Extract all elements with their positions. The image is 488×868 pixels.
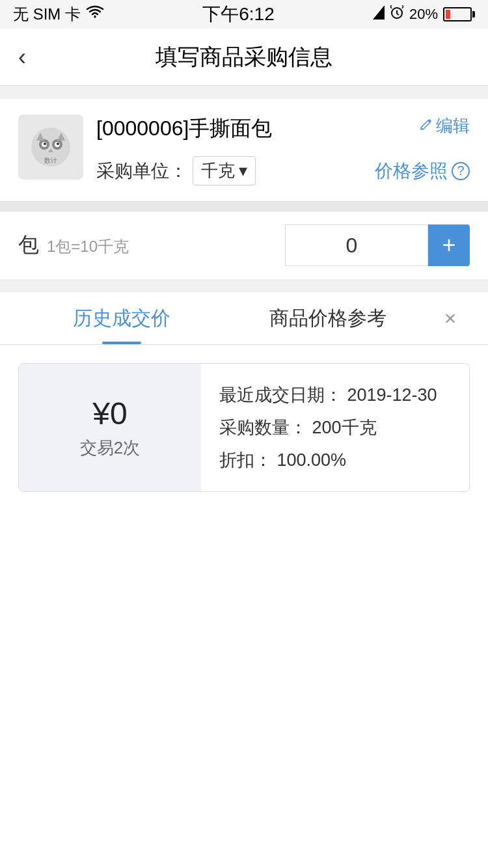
svg-text:数计: 数计 xyxy=(44,157,57,164)
quantity-unit: 包 xyxy=(18,231,39,260)
unit-value: 千克 xyxy=(201,159,235,182)
svg-line-3 xyxy=(397,14,399,15)
product-image: 数计 xyxy=(18,115,83,180)
tabs-row: 历史成交价 商品价格参考 × xyxy=(0,292,488,344)
purchase-qty-value: 200千克 xyxy=(312,418,377,437)
tabs-container: 历史成交价 商品价格参考 × xyxy=(0,292,488,345)
discount-value: 100.00% xyxy=(277,450,347,470)
location-icon xyxy=(373,5,385,23)
back-button[interactable]: ‹ xyxy=(18,44,26,71)
tab-history-label: 历史成交价 xyxy=(73,305,170,332)
product-name: [0000006]手撕面包 xyxy=(96,115,272,143)
dropdown-icon: ▾ xyxy=(239,161,247,181)
status-bar: 无 SIM 卡 下午6:12 20% xyxy=(0,0,488,29)
status-left: 无 SIM 卡 xyxy=(13,4,104,25)
recent-date-label: 最近成交日期： xyxy=(219,385,342,405)
svg-marker-0 xyxy=(373,5,385,20)
quantity-row: 包 1包=10千克 + xyxy=(0,211,488,279)
history-transactions: 交易2次 xyxy=(80,437,140,459)
history-details-section: 最近成交日期： 2019-12-30 采购数量： 200千克 折扣： 100.0… xyxy=(201,364,469,491)
divider xyxy=(0,201,488,211)
quantity-conversion: 1包=10千克 xyxy=(47,236,129,257)
edit-label: 编辑 xyxy=(436,115,470,137)
tab-history-underline xyxy=(102,342,141,344)
unit-select[interactable]: 千克 ▾ xyxy=(193,156,256,185)
history-purchase-qty: 采购数量： 200千克 xyxy=(219,416,451,439)
edit-button[interactable]: 编辑 xyxy=(419,115,470,137)
history-card: ¥0 交易2次 最近成交日期： 2019-12-30 采购数量： 200千克 折… xyxy=(18,363,470,492)
question-icon: ? xyxy=(452,162,470,180)
alarm-icon xyxy=(390,5,404,23)
recent-date-value: 2019-12-30 xyxy=(347,385,437,405)
quantity-plus-button[interactable]: + xyxy=(428,224,470,266)
sim-label: 无 SIM 卡 xyxy=(13,4,81,25)
tab-reference[interactable]: 商品价格参考 xyxy=(224,292,431,344)
history-price-section: ¥0 交易2次 xyxy=(19,364,201,491)
quantity-label: 包 1包=10千克 xyxy=(18,231,129,260)
product-details: [0000006]手撕面包 编辑 采购单位： xyxy=(96,115,470,185)
svg-point-10 xyxy=(57,142,59,145)
tab-close-button[interactable]: × xyxy=(431,292,470,344)
quantity-input-group: + xyxy=(285,224,470,266)
battery-percent: 20% xyxy=(409,6,438,23)
status-time: 下午6:12 xyxy=(202,2,275,27)
discount-label: 折扣： xyxy=(219,450,272,470)
price-ref-label: 价格参照 xyxy=(375,159,448,183)
edit-icon xyxy=(419,116,433,136)
history-discount: 折扣： 100.00% xyxy=(219,448,451,472)
history-recent-date: 最近成交日期： 2019-12-30 xyxy=(219,383,451,407)
tab-reference-label: 商品价格参考 xyxy=(269,305,386,332)
unit-label: 采购单位： 千克 ▾ xyxy=(96,156,256,185)
product-card: 数计 [0000006]手撕面包 编辑 xyxy=(0,99,488,201)
bottom-fill xyxy=(0,510,488,868)
battery-icon xyxy=(443,7,475,21)
history-price: ¥0 xyxy=(92,396,127,431)
tab-history[interactable]: 历史成交价 xyxy=(18,292,224,344)
status-right: 20% xyxy=(373,5,475,23)
wifi-icon xyxy=(86,5,104,23)
svg-point-9 xyxy=(44,142,46,145)
quantity-input[interactable] xyxy=(285,224,428,266)
purchase-qty-label: 采购数量： xyxy=(219,418,307,437)
history-panel: ¥0 交易2次 最近成交日期： 2019-12-30 采购数量： 200千克 折… xyxy=(0,345,488,510)
price-reference-button[interactable]: 价格参照 ? xyxy=(375,159,470,183)
nav-bar: ‹ 填写商品采购信息 xyxy=(0,29,488,86)
page-title: 填写商品采购信息 xyxy=(156,42,332,72)
